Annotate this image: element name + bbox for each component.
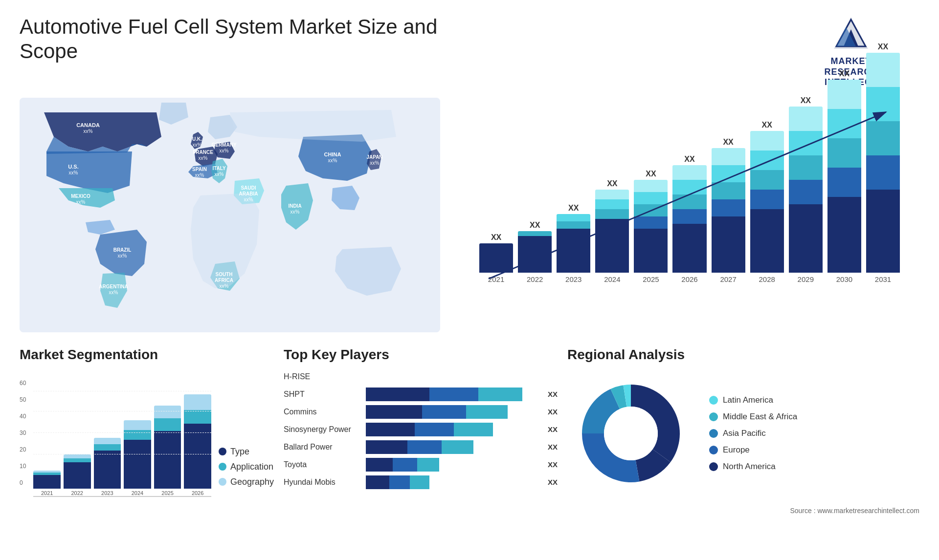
y-label-0: 0: [20, 479, 26, 486]
regional-analysis: Regional Analysis: [567, 347, 919, 515]
seg-bar-2021: 2021: [33, 471, 61, 496]
player-name-sinosynergy: Sinosynergy Power: [284, 425, 362, 434]
player-bar-seg3-hyundai: [410, 475, 429, 489]
legend-europe: Europe: [709, 445, 797, 455]
player-name-toyota: Toyota: [284, 460, 362, 469]
player-val-ballard: XX: [548, 443, 558, 451]
player-name-hyundai: Hyundai Mobis: [284, 478, 362, 487]
legend-type: Type: [219, 447, 274, 457]
svg-text:xx%: xx%: [84, 129, 93, 134]
seg-bar-2026: 2026: [184, 394, 211, 496]
regional-legend: Latin America Middle East & Africa Asia …: [709, 395, 797, 472]
bar-2030: XX 2030: [827, 69, 861, 283]
market-segmentation: Market Segmentation 60 50 40 30 20 10 0: [20, 347, 274, 515]
svg-text:SAUDI: SAUDI: [241, 185, 256, 191]
player-bar-seg1-toyota: [366, 458, 393, 472]
player-bar-seg2-ballard: [407, 440, 442, 454]
svg-text:GERMANY: GERMANY: [211, 142, 236, 148]
player-bar-wrapper-hrise: [366, 370, 558, 384]
legend-asia-pacific: Asia Pacific: [709, 429, 797, 438]
svg-text:U.K.: U.K.: [192, 136, 202, 142]
svg-text:xx%: xx%: [109, 290, 118, 295]
bar-2029: XX 2029: [789, 96, 823, 283]
player-bar-wrapper-sinosynergy: [366, 423, 540, 436]
y-label-20: 20: [20, 446, 26, 453]
svg-text:SOUTH: SOUTH: [216, 272, 233, 277]
svg-text:xx%: xx%: [76, 199, 86, 205]
dot-latin-america: [709, 396, 718, 405]
svg-text:AFRICA: AFRICA: [215, 278, 233, 283]
player-bar-commins: [366, 405, 508, 419]
bar-2022: XX 2022: [518, 221, 552, 283]
svg-text:xx%: xx%: [195, 172, 204, 178]
regional-inner: Latin America Middle East & Africa Asia …: [567, 370, 919, 497]
bar-2027: XX 2027: [712, 138, 745, 283]
svg-text:JAPAN: JAPAN: [366, 154, 382, 160]
svg-text:xx%: xx%: [220, 283, 229, 289]
header: Automotive Fuel Cell System Market Size …: [20, 15, 919, 88]
player-name-commins: Commins: [284, 408, 362, 416]
y-label-10: 10: [20, 463, 26, 470]
page-title: Automotive Fuel Cell System Market Size …: [20, 15, 460, 64]
legend-middle-east-africa: Middle East & Africa: [709, 412, 797, 422]
svg-point-39: [604, 407, 658, 460]
player-bar-hyundai: [366, 475, 429, 489]
players-title: Top Key Players: [284, 347, 558, 363]
player-bar-seg1-ballard: [366, 440, 407, 454]
player-name-hrise: H-RISE: [284, 372, 362, 381]
player-ballard: Ballard Power XX: [284, 440, 558, 454]
bottom-section: Market Segmentation 60 50 40 30 20 10 0: [20, 347, 919, 515]
bar-2021: XX 2021: [479, 233, 513, 283]
player-val-commins: XX: [548, 408, 558, 416]
player-bar-wrapper-ballard: [366, 440, 540, 454]
player-bar-seg2-hyundai: [389, 475, 410, 489]
legend-latin-america: Latin America: [709, 395, 797, 405]
svg-text:SPAIN: SPAIN: [192, 167, 207, 172]
player-bar-toyota: [366, 458, 439, 472]
player-bar-seg3-ballard: [442, 440, 473, 454]
svg-text:xx%: xx%: [193, 142, 202, 148]
seg-bar-2025: 2025: [154, 406, 181, 496]
dot-europe: [709, 446, 718, 454]
regional-title: Regional Analysis: [567, 347, 919, 363]
player-bar-seg1-sino: [366, 423, 415, 436]
y-label-60: 60: [20, 380, 26, 387]
donut-chart: [567, 370, 694, 497]
top-key-players: Top Key Players H-RISE SHPT: [284, 347, 558, 515]
player-bar-wrapper-toyota: [366, 458, 540, 472]
dot-middle-east-africa: [709, 412, 718, 421]
bar-2031: XX 2031: [866, 43, 900, 283]
legend-dot-application: [219, 463, 226, 471]
seg-bar-2024: 2024: [124, 420, 151, 496]
logo-icon: [831, 15, 871, 54]
seg-bar-2022: 2022: [64, 454, 91, 496]
legend-dot-type: [219, 448, 226, 455]
player-toyota: Toyota XX: [284, 458, 558, 472]
player-hrise: H-RISE: [284, 370, 558, 384]
player-val-toyota: XX: [548, 460, 558, 469]
page-wrapper: Automotive Fuel Cell System Market Size …: [0, 0, 939, 560]
svg-text:xx%: xx%: [291, 209, 300, 215]
top-section: CANADA xx% U.S. xx% MEXICO xx% BRAZIL xx…: [20, 98, 919, 332]
svg-text:ARABIA: ARABIA: [239, 191, 258, 196]
svg-text:MEXICO: MEXICO: [71, 194, 90, 199]
legend-application: Application: [219, 462, 274, 472]
player-bar-seg1-commins: [366, 405, 422, 419]
svg-text:CANADA: CANADA: [76, 122, 100, 128]
bar-chart: XX 2021 XX 2022 X: [450, 98, 919, 332]
player-bar-shpt: [366, 388, 522, 401]
svg-text:xx%: xx%: [220, 148, 229, 153]
player-bar-seg3: [478, 388, 522, 401]
player-commins: Commins XX: [284, 405, 558, 419]
player-bar-wrapper-hyundai: [366, 475, 540, 489]
svg-text:INDIA: INDIA: [288, 203, 301, 209]
svg-text:U.S.: U.S.: [68, 164, 78, 170]
player-bar-seg3-sino: [454, 423, 493, 436]
y-label-40: 40: [20, 413, 26, 420]
seg-legend: Type Application Geography: [219, 447, 274, 497]
svg-text:xx%: xx%: [118, 253, 127, 258]
dot-asia-pacific: [709, 429, 718, 438]
player-bar-seg2-commins: [422, 405, 466, 419]
player-bar-seg2-toyota: [393, 458, 417, 472]
svg-text:xx%: xx%: [199, 155, 208, 161]
